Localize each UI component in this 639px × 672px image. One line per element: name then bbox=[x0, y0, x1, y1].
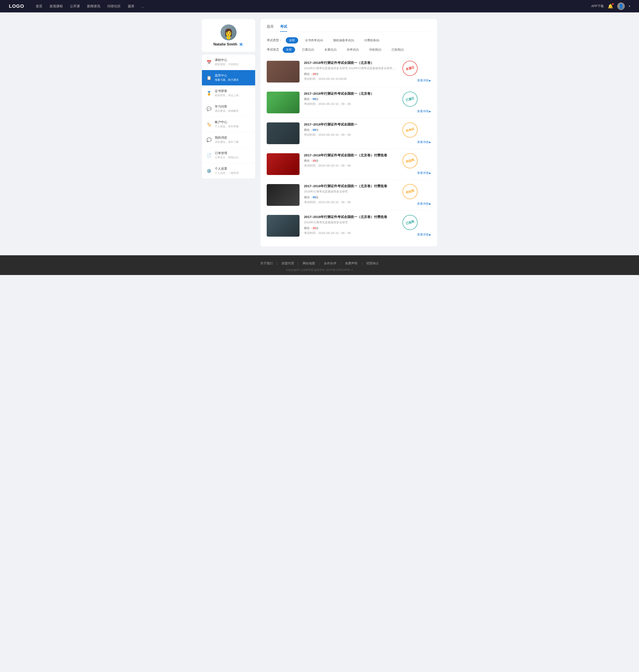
filter-status-pending[interactable]: 待考试(2) bbox=[343, 47, 362, 53]
filter-type-paid[interactable]: 付费批卷(6) bbox=[361, 37, 383, 44]
exam-detail-link[interactable]: 查看详情 ▶ bbox=[417, 171, 431, 175]
footer-link[interactable]: 免费声明 bbox=[341, 261, 361, 266]
chevron-down-icon[interactable]: ▾ bbox=[629, 5, 630, 8]
main-content: 题库 考试 考试类型： 全部 证书类考试(4) 随机抽题考试(5) 付费批卷(6… bbox=[261, 19, 437, 246]
arrow-right-icon: ▶ bbox=[429, 110, 431, 113]
status-badge: 待批阅 bbox=[401, 151, 419, 170]
exam-time: 考试时间：2019–05–03 10：09：09 bbox=[304, 231, 431, 235]
arrow-right-icon: ▶ bbox=[429, 233, 431, 236]
exam-item: 2017–2018年行测证件考试全国统一（北京卷）付费批卷 得分：25分 考试时… bbox=[267, 149, 431, 180]
link-text: 查看详情 bbox=[417, 79, 428, 82]
exam-desc: 2018年行测考试是最值得多去研究 bbox=[304, 190, 397, 194]
exam-thumbnail bbox=[267, 123, 299, 144]
profile-avatar: 👩 🏅 bbox=[220, 25, 236, 41]
menu-text-settings: 个人设置 个人信息，一键管理 bbox=[215, 167, 239, 175]
arrow-right-icon: ▶ bbox=[429, 141, 431, 144]
logo[interactable]: LOGO bbox=[9, 3, 24, 9]
filter-status-all[interactable]: 全部 bbox=[283, 47, 295, 53]
list-icon: 📋 bbox=[206, 76, 212, 80]
avatar-img: 👤 bbox=[618, 3, 624, 9]
nav-more[interactable]: ... bbox=[142, 4, 144, 8]
menu-sub-question: 海量习题，助力通关 bbox=[215, 78, 239, 82]
menu-text-cert: 证书荣誉 收获荣誉，持证上岗 bbox=[215, 89, 239, 97]
sidebar-item-course[interactable]: 📅 课程中心 精彩课程，不容错过 bbox=[202, 54, 255, 70]
exam-detail-link[interactable]: 查看详情 ▶ bbox=[417, 233, 431, 237]
exam-detail-link[interactable]: 查看详情 ▶ bbox=[417, 140, 431, 144]
menu-title-question: 题库中心 bbox=[215, 74, 239, 78]
main-layout: 👩 🏅 Natalie Smith 图 📅 课程中心 精彩课程，不容错过 📋 题… bbox=[198, 19, 441, 246]
nav-bank[interactable]: 题库 bbox=[128, 4, 135, 9]
avatar[interactable]: 👤 bbox=[617, 2, 625, 10]
menu-title-order: 订单管理 bbox=[215, 151, 239, 155]
arrow-right-icon: ▶ bbox=[429, 172, 431, 175]
profile-tag: 图 bbox=[238, 43, 244, 46]
menu-text-question: 题库中心 海量习题，助力通关 bbox=[215, 74, 239, 82]
status-badge: 已批阅 bbox=[401, 213, 419, 231]
link-text: 查看详情 bbox=[417, 171, 428, 175]
arrow-right-icon: ▶ bbox=[429, 79, 431, 82]
sidebar-item-order[interactable]: 📄 订单管理 订单支出，明明白白 bbox=[202, 148, 255, 163]
exam-item: 2017–2018年行测证件考试全国统一（北京卷） 2018年行测考试是最值得多… bbox=[267, 56, 431, 87]
link-text: 查看详情 bbox=[417, 109, 428, 113]
bubble-icon: 💭 bbox=[206, 138, 212, 142]
filter-type-label: 考试类型： bbox=[267, 38, 282, 42]
tab-question-bank[interactable]: 题库 bbox=[267, 25, 274, 32]
filter-type-row: 考试类型： 全部 证书类考试(4) 随机抽题考试(5) 付费批卷(6) bbox=[267, 37, 431, 44]
sidebar-item-cert[interactable]: 🏅 证书荣誉 收获荣誉，持证上岗 bbox=[202, 85, 255, 101]
exam-thumbnail bbox=[267, 215, 299, 237]
menu-text-qa: 学习问答 课后重温，疑难解答 bbox=[215, 105, 239, 113]
sidebar-item-settings[interactable]: ⚙️ 个人设置 个人信息，一键管理 bbox=[202, 163, 255, 178]
exam-status-stamp: 已通过 bbox=[403, 92, 418, 107]
exam-status-stamp: 待批阅 bbox=[403, 153, 418, 168]
nav-open[interactable]: 公开课 bbox=[70, 4, 80, 9]
nav-bell-button[interactable]: 🔔 bbox=[608, 3, 613, 9]
status-badge: 待批阅 bbox=[401, 182, 419, 201]
sidebar-item-account[interactable]: 🏷️ 账户中心 个人权益，实时掌握 bbox=[202, 117, 255, 132]
exam-thumbnail bbox=[267, 153, 299, 175]
nav-qa[interactable]: 问答社区 bbox=[107, 4, 121, 9]
tag-icon: 🏷️ bbox=[206, 122, 212, 127]
filter-type-cert[interactable]: 证书类考试(4) bbox=[302, 37, 326, 44]
filter-status-row: 考试状态 全部 已通过(2) 未通过(2) 待考试(2) 待批阅(2) 已批阅(… bbox=[267, 47, 431, 53]
filter-type-random[interactable]: 随机抽题考试(5) bbox=[330, 37, 357, 44]
footer-link[interactable]: 合作伙伴 bbox=[320, 261, 340, 266]
menu-title-qa: 学习问答 bbox=[215, 105, 239, 109]
nav-home[interactable]: 首页 bbox=[36, 4, 42, 9]
navigation: LOGO 首页 发现课程 公开课 新闻资讯 问答社区 题库 ... APP下载 … bbox=[0, 0, 639, 12]
footer-link[interactable]: 关于我们 bbox=[256, 261, 277, 266]
exam-thumbnail bbox=[267, 184, 299, 206]
menu-sub-course: 精彩课程，不容错过 bbox=[215, 63, 239, 66]
tab-exam[interactable]: 考试 bbox=[280, 25, 287, 32]
nav-app-download[interactable]: APP下载 bbox=[591, 4, 604, 8]
menu-sub-order: 订单支出，明明白白 bbox=[215, 156, 239, 159]
menu-title-account: 账户中心 bbox=[215, 120, 239, 124]
profile-badge: 🏅 bbox=[227, 35, 231, 39]
filter-status-passed[interactable]: 已通过(2) bbox=[299, 47, 317, 53]
profile-name: Natalie Smith 图 bbox=[205, 42, 252, 47]
sidebar-item-message[interactable]: 💭 我的消息 消息通知，及时了解 bbox=[202, 132, 255, 148]
exam-detail-link[interactable]: 查看详情 ▶ bbox=[417, 79, 431, 82]
exam-detail-link[interactable]: 查看详情 ▶ bbox=[417, 109, 431, 113]
footer-link[interactable]: 招贤纳士 bbox=[362, 261, 383, 266]
filter-status-reviewed[interactable]: 已批阅(2) bbox=[388, 47, 407, 53]
filter-status-review[interactable]: 待批阅(2) bbox=[366, 47, 385, 53]
footer-link[interactable]: 网站地图 bbox=[299, 261, 319, 266]
status-badge: 已通过 bbox=[401, 90, 419, 108]
gear-icon: ⚙️ bbox=[206, 169, 212, 173]
footer-link[interactable]: 加盟代理 bbox=[278, 261, 298, 266]
nav-news[interactable]: 新闻资讯 bbox=[87, 4, 100, 9]
nav-courses[interactable]: 发现课程 bbox=[49, 4, 63, 9]
link-text: 查看详情 bbox=[417, 233, 428, 237]
sidebar-item-question[interactable]: 📋 题库中心 海量习题，助力通关 bbox=[202, 70, 255, 85]
exam-detail-link[interactable]: 查看详情 ▶ bbox=[417, 202, 431, 206]
footer: 关于我们|加盟代理|网站地图|合作伙伴|免费声明|招贤纳士 Copyright®… bbox=[0, 255, 639, 275]
filter-status-failed[interactable]: 未通过(2) bbox=[321, 47, 340, 53]
menu-sub-settings: 个人信息，一键管理 bbox=[215, 171, 239, 175]
arrow-right-icon: ▶ bbox=[429, 203, 431, 205]
menu-sub-qa: 课后重温，疑难解答 bbox=[215, 109, 239, 113]
menu-sub-message: 消息通知，及时了解 bbox=[215, 140, 239, 144]
sidebar-item-qa[interactable]: 💬 学习问答 课后重温，疑难解答 bbox=[202, 101, 255, 117]
profile-card: 👩 🏅 Natalie Smith 图 bbox=[202, 19, 255, 52]
status-badge: 待考试 bbox=[401, 121, 419, 139]
filter-type-all[interactable]: 全部 bbox=[286, 37, 298, 44]
